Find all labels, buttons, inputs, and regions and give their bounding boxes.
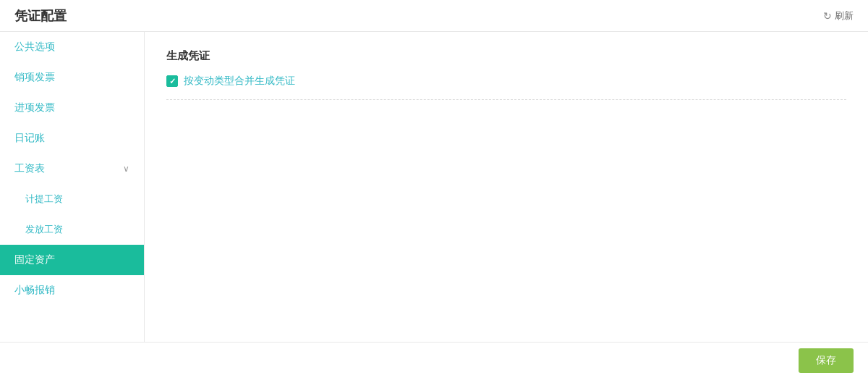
sidebar-item-public[interactable]: 公共选项 <box>0 32 144 62</box>
sidebar-item-label: 发放工资 <box>25 223 63 236</box>
chevron-down-icon: ∨ <box>123 164 129 174</box>
checkbox-label[interactable]: 按变动类型合并生成凭证 <box>184 75 295 88</box>
main-content: 公共选项销项发票进项发票日记账工资表∨计提工资发放工资固定资产小畅报销 生成凭证… <box>0 32 868 342</box>
sidebar-item-purchase_invoice[interactable]: 进项发票 <box>0 93 144 123</box>
sidebar-item-payroll_accrual[interactable]: 计提工资 <box>0 184 144 214</box>
sidebar-item-label: 小畅报销 <box>14 284 55 297</box>
divider <box>166 99 846 100</box>
sidebar-item-label: 计提工资 <box>25 193 63 206</box>
header: 凭证配置 ↻ 刷新 <box>0 0 868 32</box>
sidebar-item-expense[interactable]: 小畅报销 <box>0 275 144 306</box>
page-wrapper: 凭证配置 ↻ 刷新 公共选项销项发票进项发票日记账工资表∨计提工资发放工资固定资… <box>0 0 868 378</box>
sidebar-item-label: 销项发票 <box>14 71 55 84</box>
sidebar-item-label: 进项发票 <box>14 101 55 114</box>
footer: 保存 <box>0 342 868 378</box>
sidebar-item-payroll[interactable]: 工资表∨ <box>0 154 144 184</box>
sidebar: 公共选项销项发票进项发票日记账工资表∨计提工资发放工资固定资产小畅报销 <box>0 32 145 342</box>
merge-checkbox[interactable] <box>166 75 178 87</box>
refresh-label: 刷新 <box>835 9 854 22</box>
save-button[interactable]: 保存 <box>799 348 854 373</box>
sidebar-item-journal[interactable]: 日记账 <box>0 123 144 154</box>
refresh-icon: ↻ <box>823 10 832 22</box>
checkbox-row: 按变动类型合并生成凭证 <box>166 75 846 88</box>
sidebar-item-sales_invoice[interactable]: 销项发票 <box>0 62 144 93</box>
sidebar-item-label: 公共选项 <box>14 41 55 54</box>
refresh-button[interactable]: ↻ 刷新 <box>823 9 854 22</box>
page-title: 凭证配置 <box>14 7 67 25</box>
sidebar-item-payroll_issue[interactable]: 发放工资 <box>0 214 144 245</box>
sidebar-item-label: 工资表 <box>14 162 45 175</box>
section-title: 生成凭证 <box>166 49 846 63</box>
sidebar-item-fixed_assets[interactable]: 固定资产 <box>0 245 144 275</box>
content-area: 生成凭证 按变动类型合并生成凭证 <box>145 32 868 342</box>
sidebar-item-label: 日记账 <box>14 132 45 145</box>
sidebar-item-label: 固定资产 <box>14 253 55 266</box>
